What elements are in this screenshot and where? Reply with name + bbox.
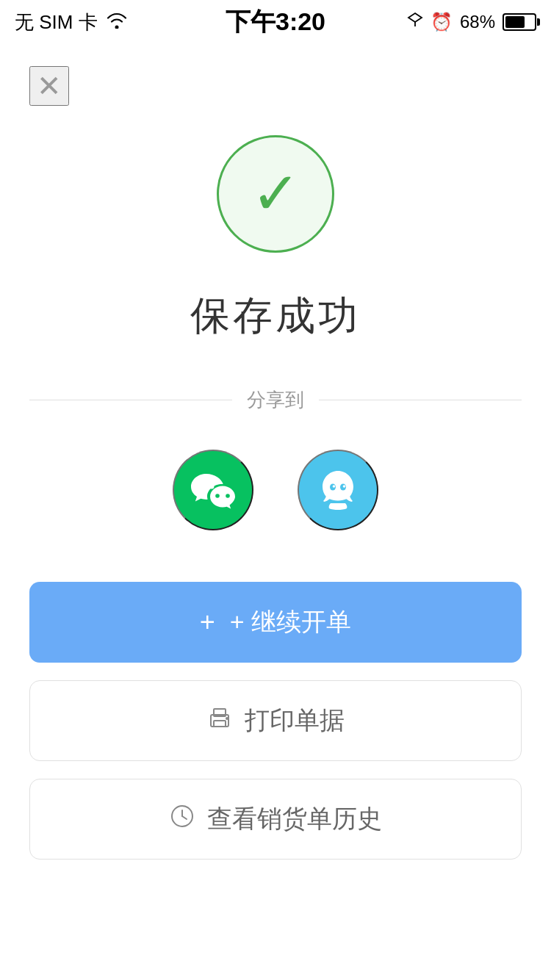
status-right: ⏰ 68% [407,12,536,32]
share-label: 分享到 [247,387,304,413]
svg-point-7 [333,485,336,488]
battery-icon [503,13,536,31]
share-divider: 分享到 [29,387,522,413]
svg-point-3 [215,494,220,498]
success-circle: ✓ [217,135,334,253]
print-label: 打印单据 [245,704,345,738]
svg-point-8 [343,485,346,488]
continue-label: + 继续开单 [230,605,351,639]
wechat-icon [188,465,238,515]
plus-icon: + [200,607,215,638]
svg-rect-11 [214,721,226,727]
location-icon [407,12,423,32]
continue-button[interactable]: + + 继续开单 [29,582,522,663]
qq-icon [313,465,363,515]
svg-line-15 [182,816,187,819]
close-button[interactable]: ✕ [29,66,69,106]
status-left: 无 SIM 卡 [15,10,127,35]
svg-point-12 [226,717,228,720]
svg-point-1 [199,484,204,489]
close-icon: ✕ [37,71,62,101]
battery-percent: 68% [460,12,495,32]
print-button[interactable]: 打印单据 [29,680,522,761]
clock-icon [169,803,195,835]
history-label: 查看销货单历史 [207,802,382,836]
alarm-icon: ⏰ [431,12,453,32]
svg-point-2 [209,484,215,489]
wechat-share-button[interactable] [173,450,253,530]
time-display: 下午3:20 [226,5,325,39]
divider-left [29,400,232,400]
svg-point-4 [226,494,230,498]
no-sim-label: 无 SIM 卡 [15,10,98,35]
share-icons [173,450,378,530]
success-title: 保存成功 [190,289,361,343]
wifi-icon [107,11,127,34]
qq-share-button[interactable] [298,450,378,530]
checkmark-icon: ✓ [251,165,300,223]
printer-icon [206,705,233,737]
action-buttons: + + 继续开单 打印单据 [29,582,522,860]
status-bar: 无 SIM 卡 下午3:20 ⏰ 68% [0,0,551,44]
divider-right [319,400,522,400]
main-content: ✕ ✓ 保存成功 分享到 [0,44,551,889]
history-button[interactable]: 查看销货单历史 [29,779,522,860]
